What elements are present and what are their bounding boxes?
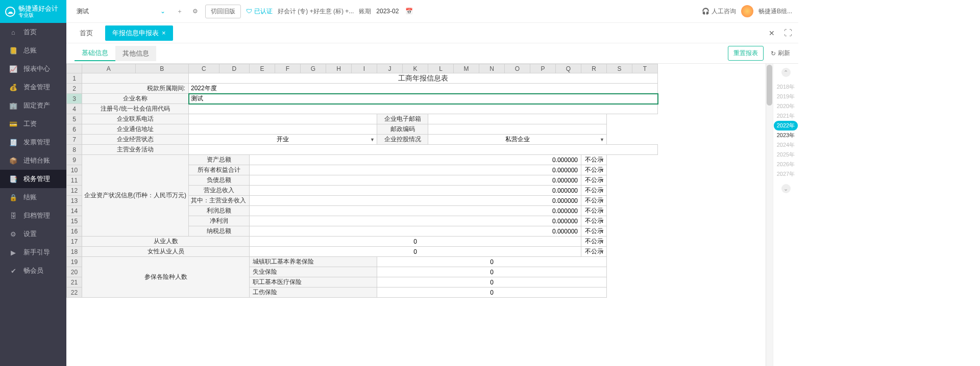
year-item[interactable]: 2018年 <box>774 82 798 92</box>
row-header[interactable]: 17 <box>67 237 82 247</box>
row-header[interactable]: 7 <box>67 135 82 145</box>
cell[interactable]: 所有者权益合计 <box>189 165 250 175</box>
cell[interactable]: 主营业务活动 <box>82 145 189 155</box>
cell[interactable]: 工商年报信息表 <box>189 73 658 84</box>
cell[interactable]: 不公示▼ <box>581 155 607 165</box>
cell[interactable]: 企业控股情况 <box>377 135 428 145</box>
cell[interactable]: 企业电子邮箱 <box>377 114 428 124</box>
sidebar-item-chart[interactable]: 📈报表中心 <box>0 60 66 78</box>
cell[interactable] <box>82 73 189 84</box>
row-header[interactable]: 11 <box>67 175 82 186</box>
tab-home[interactable]: 首页 <box>72 25 100 41</box>
cell[interactable]: 不公示▼ <box>581 247 607 257</box>
close-icon[interactable]: × <box>162 29 166 37</box>
company-selector[interactable]: 测试 ⌄ <box>72 4 169 18</box>
sidebar-item-ledger[interactable]: 📒总账 <box>0 41 66 60</box>
row-header[interactable]: 3 <box>67 94 82 104</box>
cell[interactable]: 0.000000 <box>250 226 581 237</box>
refresh-button[interactable]: ↻ 刷新 <box>771 49 790 58</box>
fullscreen-icon[interactable]: ⛶ <box>784 29 792 38</box>
row-header[interactable]: 16 <box>67 226 82 237</box>
year-item[interactable]: 2023年 <box>774 130 798 140</box>
cell[interactable]: 企业联系电话 <box>82 114 189 124</box>
sidebar-item-member[interactable]: ✔畅会员 <box>0 262 66 280</box>
reset-button[interactable]: 重置报表 <box>728 46 764 61</box>
subtab-basic[interactable]: 基础信息 <box>75 46 115 61</box>
year-item[interactable]: 2024年 <box>774 140 798 150</box>
cell[interactable]: 女性从业人员 <box>82 247 250 257</box>
cell[interactable] <box>428 114 607 124</box>
cell[interactable]: 0 <box>250 237 581 247</box>
cell[interactable]: 城镇职工基本养老保险 <box>250 257 377 267</box>
support-link[interactable]: 🎧 人工咨询 <box>702 7 736 16</box>
cell[interactable]: 参保各险种人数 <box>82 257 250 298</box>
subtab-other[interactable]: 其他信息 <box>115 46 156 61</box>
sidebar-item-tax[interactable]: 📑税务管理 <box>0 170 66 188</box>
close-all-icon[interactable]: ✕ <box>769 29 775 37</box>
cell[interactable]: 不公示▼ <box>581 175 607 186</box>
row-header[interactable]: 21 <box>67 277 82 287</box>
cell[interactable] <box>189 104 658 114</box>
cell[interactable] <box>189 124 377 135</box>
cell[interactable] <box>189 145 658 155</box>
cell[interactable]: 资产总额 <box>189 155 250 165</box>
row-header[interactable]: 5 <box>67 114 82 124</box>
switch-old-button[interactable]: 切回旧版 <box>205 5 241 18</box>
cell[interactable]: 注册号/统一社会信用代码 <box>82 104 189 114</box>
row-header[interactable]: 13 <box>67 196 82 206</box>
cell[interactable]: 利润总额 <box>189 206 250 216</box>
cell[interactable]: 0.000000 <box>250 206 581 216</box>
cell[interactable]: 从业人数 <box>82 237 250 247</box>
sidebar-item-asset[interactable]: 🏢固定资产 <box>0 96 66 115</box>
calendar-icon[interactable]: 📅 <box>404 6 414 16</box>
tab-annual-report[interactable]: 年报信息申报表 × <box>105 25 173 41</box>
year-item[interactable]: 2022年 <box>774 121 798 130</box>
cell[interactable]: 税款所属期间: <box>82 84 189 94</box>
sidebar-item-guide[interactable]: ▶新手引导 <box>0 243 66 262</box>
row-header[interactable]: 20 <box>67 267 82 277</box>
cell[interactable]: 邮政编码 <box>377 124 428 135</box>
year-item[interactable]: 2021年 <box>774 111 798 121</box>
cell[interactable]: 测试 <box>189 94 658 104</box>
row-header[interactable]: 2 <box>67 84 82 94</box>
year-up-icon[interactable]: ⌃ <box>781 68 791 77</box>
year-item[interactable]: 2025年 <box>774 150 798 160</box>
year-item[interactable]: 2026年 <box>774 160 798 169</box>
cell[interactable]: 企业通信地址 <box>82 124 189 135</box>
cell[interactable]: 0 <box>377 267 607 277</box>
sidebar-item-invoice[interactable]: 🧾发票管理 <box>0 133 66 151</box>
row-header[interactable]: 8 <box>67 145 82 155</box>
user-name[interactable]: 畅捷通B组... <box>758 7 792 16</box>
app-logo[interactable]: ☁ 畅捷通好会计 专业版 <box>0 0 66 23</box>
cell[interactable]: 职工基本医疗保险 <box>250 277 377 287</box>
cell[interactable]: 私营企业▼ <box>428 135 607 145</box>
vertical-scrollbar[interactable] <box>766 64 773 366</box>
cell[interactable]: 营业总收入 <box>189 186 250 196</box>
add-icon[interactable]: ＋ <box>175 6 185 16</box>
sidebar-item-fund[interactable]: 💰资金管理 <box>0 78 66 96</box>
cell[interactable]: 企业经营状态 <box>82 135 189 145</box>
cell[interactable]: 不公示▼ <box>581 216 607 226</box>
row-header[interactable]: 9 <box>67 155 82 165</box>
sidebar-item-settings[interactable]: ⚙设置 <box>0 225 66 243</box>
cell[interactable]: 不公示▼ <box>581 186 607 196</box>
year-item[interactable]: 2019年 <box>774 92 798 101</box>
cell[interactable]: 不公示▼ <box>581 196 607 206</box>
cell[interactable]: 不公示▼ <box>581 226 607 237</box>
row-header[interactable]: 1 <box>67 73 82 84</box>
cell[interactable]: 其中：主营业务收入 <box>189 196 250 206</box>
cell[interactable]: 不公示▼ <box>581 165 607 175</box>
cell[interactable]: 0 <box>377 257 607 267</box>
cell[interactable]: 工伤保险 <box>250 287 377 298</box>
cell[interactable]: 不公示▼ <box>581 206 607 216</box>
sidebar-item-home[interactable]: ⌂首页 <box>0 23 66 41</box>
year-item[interactable]: 2020年 <box>774 101 798 111</box>
cell[interactable] <box>428 124 607 135</box>
cell[interactable]: 企业名称 <box>82 94 189 104</box>
row-header[interactable]: 12 <box>67 186 82 196</box>
cell[interactable]: 0 <box>377 277 607 287</box>
cell[interactable]: 纳税总额 <box>189 226 250 237</box>
period-value[interactable]: 2023-02 <box>376 8 399 15</box>
row-header[interactable]: 14 <box>67 206 82 216</box>
row-header[interactable]: 4 <box>67 104 82 114</box>
